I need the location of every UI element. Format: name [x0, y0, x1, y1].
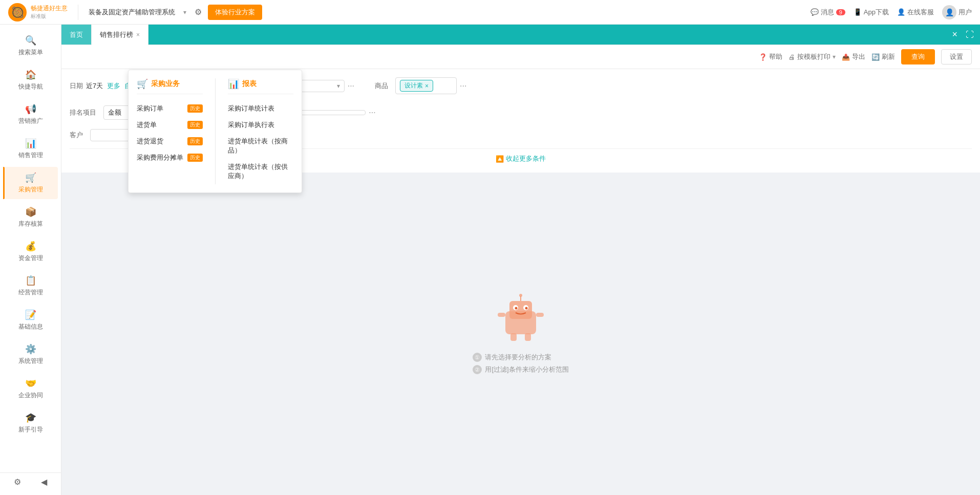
menu-report-0[interactable]: 采购订单统计表	[228, 100, 294, 117]
maximize-icon[interactable]: ⛶	[966, 30, 974, 39]
message-icon: 💬	[811, 8, 819, 16]
user-btn[interactable]: 👤 用户	[942, 5, 972, 19]
sidebar-item-label: 企业协同	[18, 391, 43, 400]
sidebar-item-label: 营销推广	[18, 117, 43, 125]
help-btn[interactable]: ❓ 帮助	[759, 52, 782, 61]
sidebar-collapse-icon[interactable]: ◀	[41, 477, 47, 487]
phone-icon: 📱	[854, 8, 862, 16]
purchase-col-header: 🛒 采购业务	[137, 78, 203, 94]
system-dropdown-arrow[interactable]: ▾	[183, 9, 186, 16]
menu-incoming[interactable]: 进货单 历史	[137, 117, 203, 133]
sidebar-bottom: ⚙ ◀	[0, 472, 61, 491]
sidebar-item-marketing[interactable]: 📢 营销推广	[3, 98, 58, 131]
voucher-status-dots[interactable]: ···	[348, 81, 354, 91]
purchase-col-icon: 🛒	[137, 78, 148, 90]
online-service-btn[interactable]: 👤 在线客服	[897, 8, 934, 17]
date-value: 近7天	[86, 81, 103, 91]
svg-point-7	[519, 294, 522, 297]
finance-icon: 💰	[25, 241, 36, 252]
user-avatar: 👤	[942, 5, 956, 19]
menu-report-1[interactable]: 采购订单执行表	[228, 117, 294, 133]
tab-close-btn[interactable]: ×	[136, 31, 140, 38]
logo-area: 🥘 畅捷通好生意 标准版	[8, 3, 68, 21]
svg-rect-11	[525, 333, 531, 341]
guide-icon: 🎓	[25, 412, 36, 423]
close-all-icon[interactable]: ×	[952, 29, 957, 40]
empty-state: ① 请先选择要分析的方案 ② 用[过滤]条件来缩小分析范围	[61, 173, 980, 495]
sidebar-item-system[interactable]: ⚙️ 系统管理	[3, 338, 58, 371]
svg-point-5	[525, 307, 528, 310]
purchase-icon: 🛒	[25, 172, 36, 183]
app-container: 🥘 畅捷通好生意 标准版 装备及固定资产辅助管理系统 ▾ ⚙ 体验行业方案 💬 …	[0, 0, 980, 495]
sidebar-item-finance[interactable]: 💰 资金管理	[3, 235, 58, 268]
goods-dots[interactable]: ···	[460, 81, 466, 91]
menu-return[interactable]: 进货退货 历史	[137, 133, 203, 149]
empty-illustration	[490, 293, 551, 345]
message-label: 消息	[821, 8, 834, 17]
sidebar-item-label: 系统管理	[18, 357, 43, 365]
sidebar-item-search[interactable]: 🔍 搜索菜单	[3, 30, 58, 62]
sidebar-item-quicknav[interactable]: 🏠 快捷导航	[3, 64, 58, 96]
purchase-dropdown-menu: 🛒 采购业务 采购订单 历史 进货单 历史 进货退货	[128, 70, 302, 193]
industry-btn[interactable]: 体验行业方案	[208, 5, 262, 20]
salesperson-dots[interactable]: ···	[369, 108, 375, 117]
user-label: 用户	[958, 8, 972, 17]
svg-rect-1	[509, 301, 532, 319]
voucher-status-arrow[interactable]: ▾	[337, 82, 340, 90]
logo-sub: 标准版	[31, 13, 68, 20]
menu-report-3[interactable]: 进货单统计表（按供应商）	[228, 159, 294, 184]
tab-home[interactable]: 首页	[61, 25, 92, 45]
collapse-btn[interactable]: 🔼 收起更多条件	[496, 154, 546, 163]
sidebar-settings-icon[interactable]: ⚙	[14, 477, 21, 487]
history-badge-2: 历史	[187, 137, 203, 145]
svg-rect-10	[510, 333, 517, 341]
sidebar-item-sales[interactable]: 📊 销售管理	[3, 133, 58, 165]
print-dropdown-arrow[interactable]: ▾	[833, 53, 836, 60]
message-badge: 9	[836, 9, 845, 15]
history-badge-3: 历史	[187, 154, 203, 162]
settings-icon[interactable]: ⚙	[195, 7, 202, 17]
export-icon: 📤	[842, 53, 850, 61]
topbar-right: 💬 消息 9 📱 App下载 👤 在线客服 👤 用户	[811, 5, 972, 19]
sidebar-item-guide[interactable]: 🎓 新手引导	[3, 407, 58, 439]
sales-icon: 📊	[25, 138, 36, 149]
goods-tag: 设计素 ×	[400, 80, 433, 92]
query-button[interactable]: 查询	[901, 49, 935, 64]
date-more[interactable]: 更多	[107, 81, 120, 91]
logo-icon: 🥘	[8, 3, 27, 21]
settings-button[interactable]: 设置	[941, 49, 972, 64]
empty-hint-1: ① 请先选择要分析的方案	[473, 353, 568, 362]
filter-goods: 商品 设计素 × ···	[375, 77, 466, 94]
message-btn[interactable]: 💬 消息 9	[811, 8, 845, 17]
sidebar-item-label: 基础信息	[18, 322, 43, 331]
help-icon: ❓	[759, 53, 767, 61]
print-btn[interactable]: 🖨 按模板打印 ▾	[789, 52, 836, 61]
sidebar-item-operation[interactable]: 📋 经营管理	[3, 270, 58, 302]
tab-sales-ranking[interactable]: 销售排行榜 ×	[92, 25, 148, 45]
tab-bar: 首页 销售排行榜 × × ⛶	[61, 25, 980, 45]
sidebar-item-label: 销售管理	[18, 151, 43, 160]
tab-actions: × ⛶	[946, 29, 980, 40]
home-icon: 🏠	[25, 69, 36, 80]
refresh-btn[interactable]: 🔄 刷新	[871, 52, 895, 61]
operation-icon: 📋	[25, 275, 36, 286]
top-bar: 🥘 畅捷通好生意 标准版 装备及固定资产辅助管理系统 ▾ ⚙ 体验行业方案 💬 …	[0, 0, 980, 25]
purchase-business-col: 🛒 采购业务 采购订单 历史 进货单 历史 进货退货	[137, 78, 203, 184]
sidebar-item-label: 经营管理	[18, 288, 43, 297]
history-badge-0: 历史	[187, 104, 203, 113]
sidebar-item-inventory[interactable]: 📦 库存核算	[3, 201, 58, 233]
system-title: 装备及固定资产辅助管理系统	[89, 8, 175, 17]
goods-tag-close[interactable]: ×	[425, 82, 429, 90]
sidebar-item-purchase[interactable]: 🛒 采购管理	[3, 167, 58, 199]
report-col-header: 📊 报表	[228, 78, 294, 94]
app-download-label: App下载	[864, 8, 889, 17]
menu-purchase-order[interactable]: 采购订单 历史	[137, 100, 203, 117]
export-btn[interactable]: 📤 导出	[842, 52, 865, 61]
sidebar-item-enterprise[interactable]: 🤝 企业协同	[3, 373, 58, 405]
report-col: 📊 报表 采购订单统计表 采购订单执行表 进货单统计表（按商品）	[228, 78, 294, 184]
menu-expense[interactable]: 采购费用分摊单 历史	[137, 149, 203, 166]
menu-report-2[interactable]: 进货单统计表（按商品）	[228, 133, 294, 159]
logo-text: 畅捷通好生意	[31, 4, 68, 13]
app-download-btn[interactable]: 📱 App下载	[854, 8, 889, 17]
sidebar-item-basic[interactable]: 📝 基础信息	[3, 304, 58, 336]
